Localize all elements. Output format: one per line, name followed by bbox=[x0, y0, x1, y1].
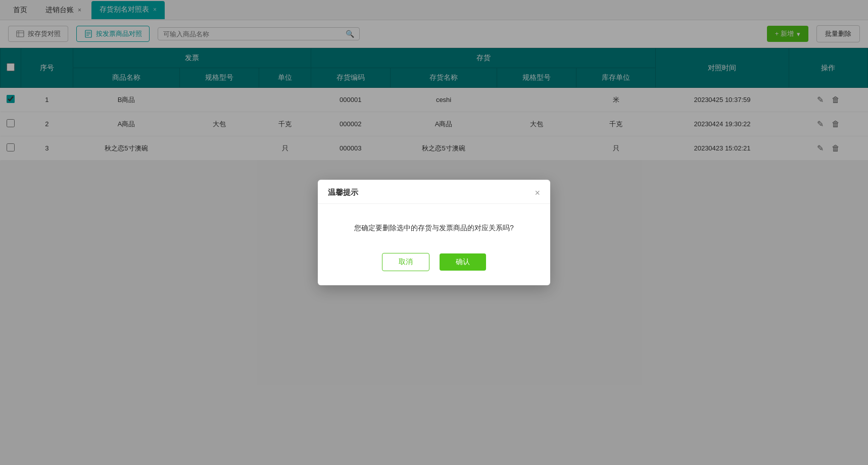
modal-overlay: 温馨提示 × 您确定要删除选中的存货与发票商品的对应关系吗? 取消 确认 bbox=[0, 0, 868, 161]
